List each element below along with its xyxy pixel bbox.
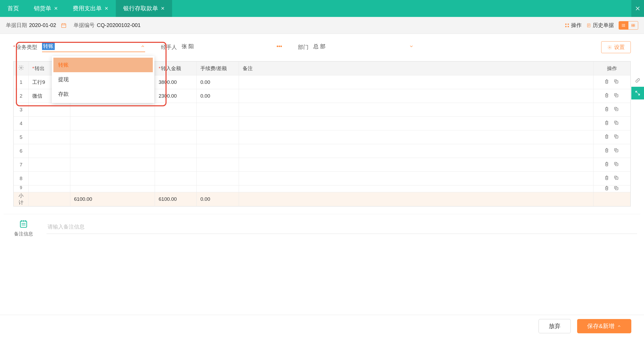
delete-row-button[interactable] — [604, 93, 610, 99]
cell-out-account[interactable] — [29, 117, 70, 130]
cell-in-amount[interactable] — [155, 185, 197, 192]
copy-row-button[interactable] — [614, 93, 620, 99]
delete-row-button[interactable] — [604, 106, 610, 113]
cell-out-account[interactable] — [29, 144, 70, 158]
tab-expense[interactable]: 费用支出单✕ — [65, 0, 116, 17]
card-icon — [631, 23, 635, 28]
view-list-button[interactable] — [619, 21, 628, 29]
view-card-button[interactable] — [628, 21, 638, 29]
cell-out-account[interactable] — [29, 185, 70, 192]
cell-fee[interactable] — [197, 117, 239, 130]
cell-in-amount[interactable] — [155, 158, 197, 172]
cell-in-amount[interactable]: 3800.00 — [155, 75, 197, 89]
cell-fee[interactable] — [197, 158, 239, 172]
cell-in-amount[interactable]: 2300.00 — [155, 89, 197, 103]
delete-row-button[interactable] — [604, 79, 610, 85]
grid-icon — [565, 23, 569, 28]
handler-select[interactable]: 张阳 ••• — [182, 43, 282, 52]
close-icon[interactable]: ✕ — [104, 6, 108, 11]
cell-fee[interactable]: 0.00 — [197, 75, 239, 89]
column-settings[interactable] — [14, 62, 29, 75]
business-type-dropdown: 转账 提现 存款 — [52, 56, 154, 103]
tab-sales-order[interactable]: 销货单✕ — [26, 0, 65, 17]
fullscreen-button[interactable] — [631, 87, 644, 99]
remark-input[interactable] — [47, 220, 637, 234]
cell-out-account[interactable] — [29, 158, 70, 172]
cell-in-amount[interactable] — [155, 144, 197, 158]
more-icon[interactable]: ••• — [277, 43, 282, 49]
delete-row-button[interactable] — [604, 148, 610, 154]
dropdown-option-deposit[interactable]: 存款 — [53, 87, 153, 101]
delete-row-button[interactable] — [604, 185, 610, 192]
copy-icon — [614, 79, 619, 84]
business-type-select[interactable]: 转账 — [42, 42, 145, 52]
cell-hidden[interactable] — [70, 144, 155, 158]
copy-row-button[interactable] — [614, 106, 620, 113]
table-row: 9 — [14, 185, 631, 192]
date-value[interactable]: 2020-01-02 — [29, 22, 56, 28]
settings-button[interactable]: 设置 — [601, 41, 631, 53]
copy-row-button[interactable] — [614, 120, 620, 126]
row-number: 5 — [14, 130, 29, 144]
close-icon[interactable]: ✕ — [54, 6, 58, 11]
cell-fee[interactable] — [197, 144, 239, 158]
cell-remark[interactable] — [239, 172, 594, 185]
cell-remark[interactable] — [239, 130, 594, 144]
cell-fee[interactable] — [197, 185, 239, 192]
cell-fee[interactable] — [197, 172, 239, 185]
cell-hidden[interactable] — [70, 185, 155, 192]
cell-fee[interactable] — [197, 103, 239, 117]
cell-in-amount[interactable] — [155, 130, 197, 144]
tab-bank-transfer[interactable]: 银行存取款单✕ — [116, 0, 172, 17]
field-business-type: * 业务类型 转账 — [13, 42, 145, 52]
delete-row-button[interactable] — [604, 120, 610, 126]
cell-in-amount[interactable] — [155, 103, 197, 117]
cell-hidden[interactable] — [70, 103, 155, 117]
cell-in-amount[interactable] — [155, 117, 197, 130]
department-select[interactable]: 总部 — [313, 43, 414, 52]
copy-row-button[interactable] — [614, 79, 620, 85]
cell-in-amount[interactable] — [155, 172, 197, 185]
department-label: 部门 — [298, 44, 309, 51]
tab-home[interactable]: 首页 — [0, 0, 26, 17]
dropdown-option-transfer[interactable]: 转账 — [53, 58, 153, 72]
close-icon[interactable]: ✕ — [161, 6, 165, 11]
calendar-icon[interactable] — [61, 22, 67, 28]
cell-out-account[interactable] — [29, 172, 70, 185]
window-close-button[interactable] — [631, 0, 644, 17]
copy-icon — [614, 185, 619, 191]
cell-fee[interactable] — [197, 130, 239, 144]
copy-row-button[interactable] — [614, 175, 620, 181]
cell-hidden[interactable] — [70, 117, 155, 130]
delete-row-button[interactable] — [604, 134, 610, 140]
cell-out-account[interactable] — [29, 103, 70, 117]
cell-hidden[interactable] — [70, 130, 155, 144]
cell-remark[interactable] — [239, 158, 594, 172]
table-row: 8 — [14, 172, 631, 185]
cell-remark[interactable] — [239, 117, 594, 130]
cell-out-account[interactable] — [29, 130, 70, 144]
cell-remark[interactable] — [239, 185, 594, 192]
delete-row-button[interactable] — [604, 161, 610, 168]
cell-fee[interactable]: 0.00 — [197, 89, 239, 103]
cell-ops — [594, 158, 631, 172]
dropdown-option-withdraw[interactable]: 提现 — [53, 72, 153, 87]
copy-row-button[interactable] — [614, 185, 620, 192]
discard-button[interactable]: 放弃 — [539, 319, 571, 333]
cell-hidden[interactable] — [70, 158, 155, 172]
cell-ops — [594, 144, 631, 158]
cell-remark[interactable] — [239, 144, 594, 158]
copy-row-button[interactable] — [614, 134, 620, 140]
cell-remark[interactable] — [239, 75, 594, 89]
cell-remark[interactable] — [239, 103, 594, 117]
business-type-value: 转账 — [42, 42, 55, 50]
cell-remark[interactable] — [239, 89, 594, 103]
copy-row-button[interactable] — [614, 148, 620, 154]
operations-button[interactable]: 操作 — [565, 22, 582, 29]
history-button[interactable]: 历史单据 — [586, 22, 614, 29]
cell-hidden[interactable] — [70, 172, 155, 185]
delete-row-button[interactable] — [604, 175, 610, 181]
save-add-button[interactable]: 保存&新增 — [577, 319, 631, 333]
copy-row-button[interactable] — [614, 161, 620, 168]
attachment-button[interactable] — [631, 74, 644, 87]
